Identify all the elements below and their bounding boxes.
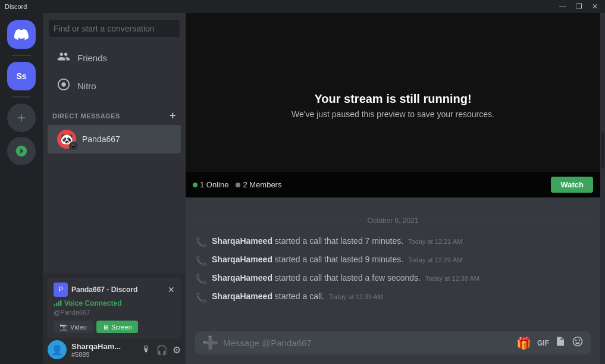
nitro-label: Nitro [77, 81, 96, 91]
minimize-button[interactable]: — [557, 2, 569, 11]
close-button[interactable]: ✕ [590, 2, 600, 11]
date-divider-text: October 6, 2021 [367, 216, 418, 225]
call-avatar-icon: P [54, 283, 68, 297]
app-body: Ss + Friends Nitro DIRECT MESSAGES + [0, 13, 605, 364]
scrollbar-thumb[interactable] [601, 132, 604, 168]
chat-message-2: 📞 SharqaHameed started a call that laste… [195, 253, 591, 268]
stream-paused-title: Your stream is still running! [291, 92, 494, 106]
home-button[interactable] [7, 20, 36, 49]
call-icon-2: 📞 [195, 255, 207, 266]
camera-icon: 📷 [59, 323, 68, 331]
chat-msg-text-4: SharqaHameed started a call. Today at 12… [212, 291, 383, 303]
user-names: SharqaHam... #5889 [71, 342, 137, 358]
display-name: SharqaHam... [71, 342, 137, 351]
add-server-button[interactable]: + [7, 103, 36, 132]
maximize-button[interactable]: ❐ [573, 2, 585, 11]
user-info-panel: 👤 SharqaHam... #5889 🎙 🎧 ⚙ [48, 340, 181, 359]
chat-msg-body-1: started a call that lasted 7 minutes. [275, 236, 403, 246]
member-dot [236, 183, 240, 187]
titlebar: Discord — ❐ ✕ [0, 0, 605, 13]
screen-icon: 🖥 [102, 324, 109, 331]
svg-point-1 [61, 82, 65, 86]
chat-message-4: 📞 SharqaHameed started a call. Today at … [195, 290, 591, 305]
svg-rect-3 [56, 303, 57, 306]
gif-button[interactable]: GIF [537, 339, 549, 347]
voice-disconnect-button[interactable]: ✕ [168, 285, 175, 294]
stream-members: 1 Online 2 Members [193, 180, 281, 189]
online-count-label: 1 Online [200, 180, 228, 189]
voice-connected-panel: P Panda667 - Discord ✕ Voice Connected @… [48, 278, 181, 338]
window-controls: — ❐ ✕ [557, 2, 600, 11]
scrollbar-track [600, 13, 605, 364]
chat-msg-text-1: SharqaHameed started a call that lasted … [212, 236, 462, 247]
server-sidebar: Ss + [0, 13, 43, 364]
stream-preview: Your stream is still running! We've just… [186, 13, 600, 197]
screen-share-button[interactable]: 🖥 Screen [96, 321, 138, 333]
svg-rect-4 [58, 302, 59, 306]
chat-msg-body-4: started a call. [275, 291, 324, 301]
add-attachment-button[interactable]: ➕ [202, 335, 218, 351]
friends-label: Friends [77, 53, 107, 63]
chat-msg-user-1: SharqaHameed [212, 236, 272, 246]
upload-button[interactable] [555, 336, 566, 350]
emoji-button[interactable] [572, 335, 584, 350]
main-content: Your stream is still running! We've just… [186, 13, 600, 364]
mobile-status-icon: 📱 [69, 142, 77, 150]
server-avatar-ss[interactable]: Ss [7, 62, 36, 90]
user-settings-icon[interactable]: ⚙ [173, 344, 181, 356]
sidebar-separator [12, 55, 31, 56]
chat-msg-body-3: started a call that lasted a few seconds… [275, 273, 421, 283]
nitro-icon [57, 78, 70, 94]
call-icon-3: 📞 [195, 274, 207, 285]
dm-section-title: DIRECT MESSAGES [52, 112, 120, 120]
chat-message-3: 📞 SharqaHameed started a call that laste… [195, 271, 591, 286]
chat-msg-text-3: SharqaHameed started a call that lasted … [212, 272, 479, 284]
member-count: 2 Members [236, 180, 281, 189]
voice-call-name: Panda667 - Discord [71, 285, 137, 294]
date-divider: October 6, 2021 [195, 216, 591, 225]
friends-nav-item[interactable]: Friends [48, 45, 181, 71]
call-icon-4: 📞 [195, 292, 207, 303]
dm-section-header: DIRECT MESSAGES + [43, 100, 186, 124]
friends-icon [57, 50, 70, 66]
search-input[interactable] [49, 20, 180, 37]
chat-msg-time-3: Today at 12:39 AM [425, 275, 479, 282]
headphone-icon[interactable]: 🎧 [156, 344, 168, 356]
nitro-nav-item[interactable]: Nitro [48, 73, 181, 99]
voice-call-header: P Panda667 - Discord ✕ [54, 283, 175, 297]
dm-search-area [43, 13, 186, 44]
online-count: 1 Online [193, 180, 228, 189]
watch-button[interactable]: Watch [551, 177, 593, 193]
user-panel: P Panda667 - Discord ✕ Voice Connected @… [43, 273, 186, 364]
voice-connected-label: Voice Connected [54, 299, 175, 307]
chat-msg-text-2: SharqaHameed started a call that lasted … [212, 254, 462, 266]
add-dm-button[interactable]: + [170, 109, 176, 122]
stream-bottom-bar: 1 Online 2 Members Watch [186, 172, 600, 197]
panda667-avatar: 🐼 📱 [57, 130, 76, 149]
voice-controls: 📷 Video 🖥 Screen [54, 321, 175, 333]
voice-status-text: Voice Connected [64, 299, 121, 307]
chat-msg-time-4: Today at 12:39 AM [329, 293, 383, 300]
signal-icon [54, 299, 62, 307]
message-input[interactable] [223, 331, 512, 354]
chat-msg-body-2: started a call that lasted 9 minutes. [275, 255, 403, 264]
explore-button[interactable] [7, 137, 36, 165]
sidebar-separator-2 [12, 96, 31, 98]
svg-rect-5 [60, 300, 61, 306]
dm-user-panda667[interactable]: 🐼 📱 Panda667 [48, 125, 181, 153]
chat-msg-user-4: SharqaHameed [212, 291, 272, 301]
svg-rect-2 [54, 304, 55, 306]
user-panel-icons: 🎙 🎧 ⚙ [142, 344, 181, 356]
user-tag: #5889 [71, 351, 137, 358]
video-button[interactable]: 📷 Video [54, 321, 93, 333]
chat-msg-user-2: SharqaHameed [212, 255, 272, 264]
panda667-name: Panda667 [82, 134, 120, 144]
chat-area: October 6, 2021 📞 SharqaHameed started a… [186, 197, 600, 331]
user-avatar: 👤 [48, 340, 67, 359]
call-icon-1: 📞 [195, 237, 207, 248]
chat-msg-time-2: Today at 12:29 AM [408, 256, 462, 263]
stream-paused-subtitle: We've just paused this preview to save y… [291, 109, 494, 119]
voice-call-info: P Panda667 - Discord [54, 283, 137, 297]
gift-button[interactable]: 🎁 [516, 336, 531, 350]
microphone-icon[interactable]: 🎙 [142, 344, 151, 356]
